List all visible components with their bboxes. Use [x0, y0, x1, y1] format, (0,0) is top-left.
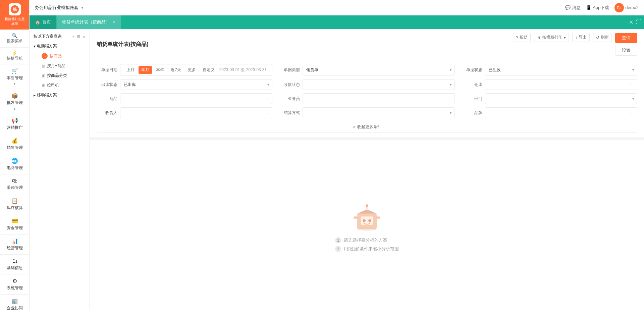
date-tab-thismonth[interactable]: 本月	[139, 66, 152, 74]
goods-control[interactable]: ···	[120, 93, 272, 104]
docstatus-control[interactable]: 已生效	[485, 65, 637, 75]
print-label: 按模板打印	[542, 35, 562, 40]
sidebar-item-ecommerce[interactable]: 🌐 电商管理	[0, 154, 29, 174]
doctype-control[interactable]: 销货单	[303, 65, 455, 75]
docstatus-value: 已生效	[489, 67, 501, 73]
date-tab-7days[interactable]: 近7天	[168, 66, 184, 74]
svg-point-8	[366, 204, 368, 207]
settings-button[interactable]: 设置	[615, 45, 637, 56]
empty-tips: 1 请先选择要分析的方案 2 用[过滤]条件来缩小分析范围	[335, 237, 398, 252]
sidebar-item-basic[interactable]: 🗂 基础信息	[0, 255, 29, 274]
top-header: 办公用品行业模拟账套 ▾ 💬 消息 📱 App下载 Ea demo2	[30, 0, 644, 15]
salesperson-control[interactable]: ···	[303, 93, 455, 104]
help-btn[interactable]: ? 帮助	[513, 33, 531, 42]
sidebar-item-system[interactable]: ⚙ 系统管理	[0, 274, 29, 295]
print-btn[interactable]: 🖨 按模板打印 ▾	[534, 33, 569, 42]
svg-point-6	[368, 219, 371, 222]
sidebar-item-marketing[interactable]: 📢 营销推广	[0, 114, 29, 134]
tab-maximize-icon[interactable]: ⛶	[636, 19, 641, 25]
refresh-btn[interactable]: ↺ 刷新	[593, 33, 612, 42]
ecommerce-label: 电商管理	[7, 165, 23, 171]
tab-sales-report[interactable]: 销货单统计表（按商品） ✕	[57, 15, 121, 29]
sidebar-item-wholesale[interactable]: 📦 批发管理 ▴	[0, 89, 29, 114]
collectstatus-control[interactable]	[303, 79, 455, 90]
collapse-filter-btn[interactable]: ∧ 收起更多条件	[97, 121, 637, 133]
quicknav-label: 快捷导航	[2, 56, 28, 61]
system-label: 系统管理	[7, 285, 23, 291]
outstatus-control[interactable]: 已出库	[120, 79, 272, 90]
wholesale-label: 批发管理	[7, 100, 23, 106]
refresh-icon: ↺	[596, 35, 599, 40]
home-icon: 🏠	[35, 20, 40, 25]
tree-item-by-month-goods[interactable]: ▦ 按月+商品	[38, 61, 90, 71]
filter-doctype-section: 单据类型 销货单	[279, 65, 455, 75]
export-btn[interactable]: ↑ 导出	[572, 33, 590, 42]
user-profile-btn[interactable]: Ea demo2	[614, 3, 639, 12]
retail-label: 零售管理	[7, 75, 23, 81]
app-download-btn[interactable]: 📱 App下载	[586, 5, 609, 11]
tree-group-pc[interactable]: ▾ 电脑端方案	[30, 41, 90, 51]
doctype-value: 销货单	[306, 67, 318, 73]
sidebar-item-sales[interactable]: 💰 销售管理	[0, 134, 29, 154]
brand-label: 品牌	[462, 110, 485, 116]
tree-item-by-driver[interactable]: ▣ 按司机	[38, 81, 90, 90]
sidebar-item-quicknav[interactable]: ⚡ 快捷导航	[0, 48, 29, 64]
sidebar-item-retail[interactable]: 🛒 零售管理 ▾	[0, 64, 29, 89]
date-tab-thisyear[interactable]: 本年	[153, 66, 167, 74]
svg-text:畅: 畅	[13, 7, 17, 12]
breadcrumb: 办公用品行业模拟账套	[35, 5, 78, 11]
right-content: 销货单统计表(按商品) ? 帮助 🖨 按模板打印 ▾ ↑	[90, 29, 644, 310]
message-icon: 💬	[565, 5, 571, 10]
sidebar-item-purchase[interactable]: 🛍 采购管理	[0, 174, 29, 194]
sidebar-item-search[interactable]: 🔍 搜索菜单	[0, 30, 29, 48]
filter-row-1: 单据日期 上月 本月 本年 近7天 更多 自定义 2023-03-01 至 20…	[97, 64, 637, 76]
query-button[interactable]: 查询	[615, 33, 637, 43]
print-dropdown-icon: ▾	[564, 35, 566, 40]
receiver-label: 收货人	[97, 110, 120, 116]
date-tab-lastmonth[interactable]: 上月	[124, 66, 137, 74]
app-subtitle: 标版	[11, 21, 18, 26]
tab-close-all-icon[interactable]: ✕	[629, 19, 633, 25]
breadcrumb-dropdown-icon[interactable]: ▾	[81, 5, 84, 10]
date-tab-custom[interactable]: 自定义	[200, 66, 217, 74]
data-area: 1 请先选择要分析的方案 2 用[过滤]条件来缩小分析范围	[90, 140, 644, 310]
tree-expand-icon: ▾	[34, 44, 36, 49]
settings-scheme-icon[interactable]: ⚙	[76, 34, 81, 39]
filter-row-4: 收货人 ··· 结算方式 品	[97, 107, 637, 118]
tree-item-by-category[interactable]: ▣ 按商品分类	[38, 71, 90, 81]
tab-home[interactable]: 🏠 首页	[30, 15, 57, 29]
receiver-control[interactable]: ···	[120, 107, 272, 118]
date-tab-more[interactable]: 更多	[185, 66, 199, 74]
tip-num-2: 2	[335, 246, 341, 252]
finance-label: 资金管理	[7, 225, 23, 231]
tab-close-icon[interactable]: ✕	[112, 20, 115, 24]
filter-salesperson-section: 业务员 ···	[279, 93, 455, 104]
warehouse-control[interactable]: ···	[485, 79, 637, 90]
department-control[interactable]	[485, 93, 637, 104]
message-btn[interactable]: 💬 消息	[565, 5, 581, 11]
add-scheme-icon[interactable]: +	[72, 34, 74, 39]
help-icon: ?	[516, 35, 518, 40]
app-name: 畅捷通好生意	[5, 17, 25, 21]
sales-label: 销售管理	[7, 145, 23, 151]
tree-item-by-month-goods-label: 按月+商品	[47, 63, 65, 69]
inventory-label: 库存核算	[7, 205, 23, 211]
sidebar-item-inventory[interactable]: 📋 库存核算	[0, 194, 29, 214]
panel-header: 按以下方案查询 + ⚙ «	[30, 32, 90, 41]
sidebar-item-finance[interactable]: 💳 资金管理	[0, 214, 29, 235]
app-logo[interactable]: 畅 畅捷通好生意 标版	[0, 0, 29, 30]
message-label: 消息	[572, 5, 581, 11]
tree-group-pc-label: 电脑端方案	[37, 43, 57, 49]
tree-group-mobile[interactable]: ▸ 移动端方案	[30, 90, 90, 100]
filter-area: 单据日期 上月 本月 本年 近7天 更多 自定义 2023-03-01 至 20…	[90, 60, 644, 137]
settle-control[interactable]	[303, 107, 455, 118]
panel-header-label: 按以下方案查询	[34, 34, 62, 39]
tree-item-by-goods[interactable]: ○ 按商品	[38, 51, 90, 61]
enterprise-label: 企业协同	[7, 305, 23, 310]
collapse-panel-icon[interactable]: «	[83, 34, 86, 39]
tree-group-mobile-label: 移动端方案	[37, 92, 57, 98]
brand-control[interactable]: ···	[485, 107, 637, 118]
sidebar-item-enterprise[interactable]: 🏢 企业协同	[0, 295, 29, 310]
sidebar-item-operation[interactable]: 📊 经营管理	[0, 235, 29, 255]
tree-item-by-category-label: 按商品分类	[47, 73, 67, 79]
